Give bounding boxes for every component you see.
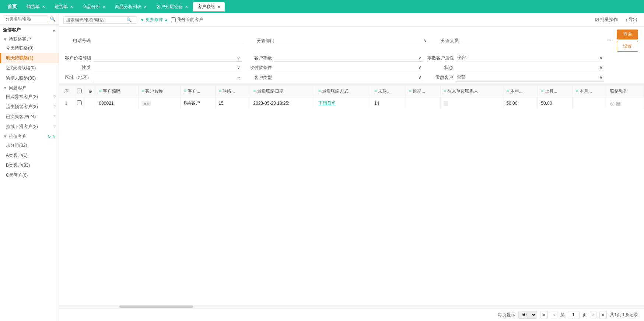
cell-no-contact: 14	[371, 97, 406, 109]
col-header-check[interactable]	[74, 86, 85, 97]
edit-icon[interactable]: ✎	[52, 134, 56, 139]
nav-item-customer-layer[interactable]: 客户分层经营 ✕	[152, 2, 192, 11]
close-icon[interactable]: ✕	[185, 5, 188, 9]
sidebar-item-type-c[interactable]: C类客户(6)	[0, 170, 59, 180]
unit-contact-badge	[444, 101, 448, 106]
sidebar-item-type-a[interactable]: A类客户(1)	[0, 151, 59, 160]
nav-item-customer-contact[interactable]: 客户联络 ✕	[193, 2, 225, 11]
phone-input[interactable]	[93, 37, 244, 44]
cell-gear	[85, 97, 96, 109]
sidebar-item-week[interactable]: 近7天待联络(0)	[0, 63, 59, 73]
customer-level-select[interactable]: ∨	[274, 55, 423, 62]
nav-item-home[interactable]: 首页	[3, 2, 21, 11]
dept-select[interactable]: ∨	[277, 37, 428, 44]
col-header-code[interactable]: ≡ 客户编码	[96, 86, 138, 97]
search-icon[interactable]: 🔍	[126, 17, 132, 23]
col-header-action: 联络动作	[607, 86, 644, 97]
col-header-last-month[interactable]: ≡ 上月...	[538, 86, 573, 97]
cell-overdue	[406, 97, 440, 109]
batch-icon: ☑	[595, 17, 599, 23]
nav-item-purchase[interactable]: 进货单 ✕	[50, 2, 77, 11]
col-header-last-method[interactable]: ≡ 最后联络方式	[315, 86, 371, 97]
price-level-select[interactable]: ∨	[94, 55, 242, 62]
scroll-thumb[interactable]	[119, 306, 193, 308]
col-header-gear[interactable]: ⚙	[85, 86, 96, 97]
customer-name-badge: Ea	[141, 101, 151, 106]
sidebar-item-tomorrow[interactable]: 明天待联络(1)	[0, 53, 59, 63]
first-page-button[interactable]: «	[540, 311, 548, 318]
page-number-input[interactable]	[568, 311, 580, 318]
cell-check[interactable]	[74, 97, 85, 109]
table-row: 1 000021 Ea B类客户 15 2023-05-23 18:25: 下销…	[59, 97, 644, 109]
select-all-checkbox[interactable]	[77, 89, 82, 93]
contact-action-icon[interactable]: ◎	[610, 100, 615, 106]
sort-icon: ≡	[409, 89, 412, 94]
set-button[interactable]: 设置	[617, 41, 638, 52]
refresh-icon[interactable]: ↻	[48, 134, 51, 139]
grid-action-icon[interactable]: ▦	[616, 100, 621, 106]
search-icon[interactable]: 🔍	[50, 16, 56, 22]
sidebar-search-area: 🔍	[0, 13, 59, 25]
query-set-wrap: 查询 设置	[617, 30, 638, 52]
search-input[interactable]	[66, 17, 125, 23]
customer-type-select[interactable]: ∨	[274, 74, 423, 81]
col-header-this-month[interactable]: ≡ 本月...	[573, 86, 607, 97]
export-icon: ↑	[625, 17, 627, 23]
col-header-overdue[interactable]: ≡ 逾期...	[406, 86, 440, 97]
nav-item-sales[interactable]: 销货单 ✕	[22, 2, 49, 11]
col-header-unit-contact[interactable]: ≡ 往来单位联系人	[440, 86, 503, 97]
cell-unit-contact	[440, 97, 503, 109]
batch-operation-button[interactable]: ☑ 批量操作	[593, 15, 620, 24]
col-header-last-date[interactable]: ≡ 最后联络日期	[250, 86, 315, 97]
filter-payment: 收付款条件 ∨	[246, 64, 423, 71]
col-header-no-contact[interactable]: ≡ 未联...	[371, 86, 406, 97]
prev-page-button[interactable]: ‹	[551, 311, 557, 318]
horizontal-scrollbar[interactable]	[59, 305, 644, 308]
sidebar-item-churn-warning[interactable]: 流失预警客户(3) ?	[0, 102, 59, 112]
sidebar-item-ungrouped[interactable]: 未分组(32)	[0, 141, 59, 151]
nav-item-goods-analysis-list[interactable]: 商品分析列表 ✕	[111, 2, 151, 11]
next-page-button[interactable]: ›	[590, 311, 596, 318]
sidebar-item-type-b[interactable]: B类客户(33)	[0, 160, 59, 170]
cell-last-method[interactable]: 下销货单	[315, 97, 371, 109]
col-header-this-year[interactable]: ≡ 本年...	[503, 86, 538, 97]
close-icon[interactable]: ✕	[217, 5, 220, 9]
retail-select[interactable]: 全部 ∨	[455, 73, 604, 82]
more-conditions-button[interactable]: ▼ 更多条件 ▲	[140, 17, 168, 23]
filter-region: 区域（地区） ···	[65, 74, 242, 81]
close-icon[interactable]: ✕	[144, 5, 147, 9]
sidebar-search-input[interactable]	[3, 15, 48, 22]
col-header-name[interactable]: ≡ 客户名称	[138, 86, 181, 97]
sidebar-item-declining[interactable]: 持续下滑客户(2) ?	[0, 122, 59, 132]
my-customers-checkbox[interactable]	[171, 17, 176, 22]
per-page-select[interactable]: 50 100 200	[518, 311, 537, 319]
export-button[interactable]: ↑ 导出	[623, 15, 640, 24]
nav-item-goods-analysis[interactable]: 商品分析 ✕	[78, 2, 110, 11]
row-checkbox[interactable]	[77, 100, 82, 105]
status-select[interactable]: ∨	[455, 64, 604, 71]
last-method-link[interactable]: 下销货单	[318, 100, 336, 106]
col-header-type[interactable]: ≡ 客户...	[181, 86, 216, 97]
query-button[interactable]: 查询	[617, 30, 638, 39]
nature-select[interactable]: ∨	[93, 64, 242, 71]
sidebar-item-churned[interactable]: 已流失客户(24) ?	[0, 112, 59, 122]
manager-select[interactable]: ···	[461, 37, 612, 44]
price-level-label: 客户价格等级	[65, 55, 91, 61]
collapse-icon[interactable]: «	[53, 27, 56, 33]
col-header-contact[interactable]: ≡ 联络...	[216, 86, 250, 97]
payment-select[interactable]: ∨	[274, 64, 423, 71]
close-icon[interactable]: ✕	[42, 5, 45, 9]
sidebar-item-overdue[interactable]: 逾期未联络(30)	[0, 73, 59, 83]
search-input-wrap: 🔍	[63, 16, 137, 24]
close-icon[interactable]: ✕	[70, 5, 73, 9]
chevron-down-icon: ∨	[237, 65, 240, 70]
my-customers-checkbox-wrap: 我分管的客户	[171, 17, 203, 23]
close-icon[interactable]: ✕	[102, 5, 105, 9]
per-page-label: 每页显示	[498, 312, 515, 318]
last-page-button[interactable]: »	[599, 311, 607, 318]
region-select[interactable]: ···	[94, 74, 242, 81]
info-icon: ?	[53, 104, 56, 110]
sidebar-item-repurchase-abnormal[interactable]: 回购异常客户(2) ?	[0, 92, 59, 102]
retail-attr-select[interactable]: 全部 ∨	[456, 54, 604, 62]
sidebar-item-today[interactable]: 今天待联络(0)	[0, 43, 59, 53]
